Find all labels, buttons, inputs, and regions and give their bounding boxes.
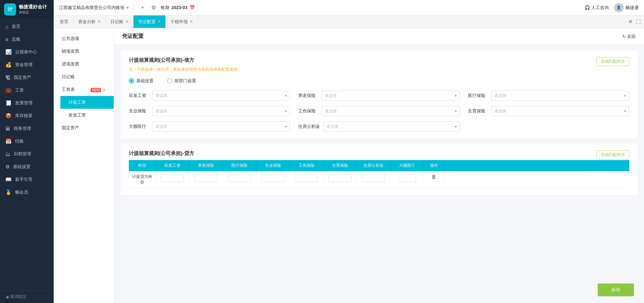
tab-fund-analysis-close[interactable]: ✕ (98, 19, 101, 24)
cell-work-injury-input[interactable] (295, 174, 318, 182)
company-selector[interactable]: 江西服宝精品有限责任公司内账张 ▾ (59, 5, 129, 11)
left-menu-item-sales-invoice[interactable]: 销项发票 (54, 45, 114, 58)
unemployment-select[interactable]: 请选择 ▾ (152, 106, 290, 116)
tab-tax-report[interactable]: 个税申报 ✕ (166, 15, 198, 28)
tab-journal[interactable]: 日记账 ✕ (106, 15, 133, 28)
page-wrapper: 公共选项 销项发票 进项发票 日记账 工资表 NEW ∨ 计提工资 发放工资 固… (54, 28, 644, 303)
tax-icon: 🏛 (5, 126, 10, 132)
housing-fund-select[interactable]: 请选择 ▾ (323, 121, 460, 132)
sidebar-item-fund[interactable]: 💰 资金管理 (0, 58, 54, 71)
cancel-pin-button[interactable]: ◀ 取消固定 (0, 290, 54, 303)
cell-unemployment-input[interactable] (261, 174, 285, 182)
left-menu-sub-wage: 计提工资 发放工资 (54, 96, 114, 121)
sidebar-item-tax-label: 税务管理 (14, 125, 31, 132)
medical-select[interactable]: 请选择 ▾ (491, 91, 629, 101)
stock-icon: 📦 (5, 113, 12, 119)
radio-dept-label: 按部门设置 (174, 78, 196, 84)
support-button[interactable]: 🎧 人工咨询 (585, 5, 609, 11)
sidebar-item-member[interactable]: 🏅 畅会员 (0, 186, 54, 199)
cell-medical-input[interactable] (228, 174, 251, 182)
sidebar-item-tax[interactable]: 🏛 税务管理 (0, 122, 54, 135)
pension-select[interactable]: 请选择 ▾ (322, 91, 460, 101)
sidebar-item-guide[interactable]: 📖 新手引导 (0, 173, 54, 186)
sidebar-item-wage[interactable]: 💼 工资 (0, 84, 54, 97)
sidebar-item-close-label: 结账 (15, 138, 24, 144)
expand-tab-icon[interactable]: ⛶ (636, 19, 641, 24)
cell-maternity-input[interactable] (328, 174, 352, 182)
work-injury-label: 工伤保险 (298, 108, 318, 114)
table-row: 计提贷方科目 (129, 171, 629, 188)
add-company-button[interactable]: ＋ (139, 3, 147, 12)
left-menu-group-wage[interactable]: 工资表 NEW ∨ (54, 83, 114, 96)
maternity-arrow: ▾ (624, 109, 626, 113)
left-menu-item-payout[interactable]: 发放工资 (60, 109, 114, 121)
medical-arrow: ▾ (624, 94, 626, 98)
major-medical-select[interactable]: 请选择 ▾ (152, 121, 290, 132)
tab-fund-analysis[interactable]: 资金分析 ✕ (73, 15, 106, 28)
logo-icon: 计 (4, 3, 16, 15)
radio-basic-label: 基础设置 (136, 78, 154, 84)
unemployment-placeholder: 请选择 (155, 108, 167, 114)
tab-tax-report-close[interactable]: ✕ (190, 19, 193, 24)
home-icon: ⌂ (5, 24, 8, 30)
sidebar-item-close[interactable]: 📅 结账 (0, 135, 54, 148)
left-menu-item-accrual[interactable]: 计提工资 (60, 96, 114, 109)
col-housing-fund: 住房公积金 (357, 160, 390, 171)
tab-home[interactable]: 首页 (55, 15, 73, 28)
row-cell-unemployment (256, 171, 290, 188)
sidebar-item-invoice[interactable]: 🧾 发票管理 (0, 97, 54, 109)
field-medical: 医疗保险 请选择 ▾ (468, 91, 629, 101)
sidebar-item-settings[interactable]: ⚙ 基础设置 (0, 160, 54, 173)
cell-housing-fund-input[interactable] (362, 174, 385, 182)
debit-auto-match-button[interactable]: 自动匹配科目 (596, 57, 629, 66)
cell-pension-input[interactable] (194, 174, 218, 182)
sidebar-item-report[interactable]: 📊 云报表中心 (0, 46, 54, 58)
left-menu-item-public[interactable]: 公共选项 (54, 32, 114, 45)
credit-section: 自动匹配科目 计提核算规则(公司承担)-贷方 科目 应发工资 养老保险 医疗保险… (121, 144, 637, 195)
user-area[interactable]: 👤 畅捷通 (614, 3, 639, 12)
left-menu-item-fixed-assets[interactable]: 固定资产 (54, 121, 114, 134)
maternity-label: 生育保险 (468, 108, 488, 114)
refresh-button[interactable]: ↻ 刷新 (622, 34, 636, 40)
sidebar-item-home[interactable]: ⌂ 首页 (0, 20, 54, 33)
logo-text: 畅捷通好会计 (19, 4, 47, 10)
close-tab-icon[interactable]: ✕ (628, 18, 633, 25)
cell-major-medical-input[interactable] (398, 174, 416, 182)
work-injury-select[interactable]: 请选择 ▾ (322, 106, 460, 116)
tab-voucher-config-close[interactable]: ✕ (158, 19, 161, 24)
tab-voucher-config[interactable]: 凭证配置 ✕ (133, 15, 166, 28)
topbar: 江西服宝精品有限责任公司内账张 ▾ ＋ ⚙ 账期 2023-03 📅 🎧 人工咨… (54, 0, 644, 15)
settings-gear-icon[interactable]: ⚙ (150, 3, 157, 12)
page-header: 凭证配置 ↻ 刷新 (114, 28, 644, 45)
tab-home-label: 首页 (60, 19, 68, 25)
debit-notice-text: 注：只能选择一种方式，系统将按照您当前的选择来配置规则 (129, 67, 629, 72)
refresh-label: 刷新 (627, 34, 636, 40)
topbar-divider (133, 4, 134, 11)
credit-auto-match-button[interactable]: 自动匹配科目 (596, 150, 629, 159)
left-menu-item-purchase-invoice[interactable]: 进项发票 (54, 58, 114, 70)
maternity-select[interactable]: 请选择 ▾ (491, 106, 629, 116)
radio-basic-settings[interactable]: 基础设置 (129, 78, 154, 84)
row-cell-operation[interactable]: 🗑 (424, 171, 444, 188)
sidebar-item-fixed[interactable]: 🏗 固定资产 (0, 71, 54, 84)
sidebar-item-stock[interactable]: 📦 库存核算 (0, 109, 54, 122)
settings-icon: ⚙ (5, 164, 10, 170)
work-injury-arrow: ▾ (455, 109, 457, 113)
wage-icon: 💼 (5, 87, 12, 93)
sidebar-item-fixed-label: 固定资产 (14, 74, 31, 81)
work-injury-placeholder: 请选择 (325, 108, 337, 114)
major-medical-arrow: ▾ (285, 124, 287, 129)
cell-salary-input[interactable] (161, 174, 184, 182)
sidebar-item-ledger[interactable]: ≡ 总账 (0, 33, 54, 46)
sidebar-item-archive[interactable]: 🗂 归档管理 (0, 148, 54, 160)
salary-select[interactable]: 请选择 ▾ (152, 91, 290, 101)
left-menu-item-journal[interactable]: 日记账 (54, 70, 114, 83)
save-button[interactable]: 保存 (598, 284, 634, 296)
tab-journal-close[interactable]: ✕ (125, 19, 128, 24)
report-icon: 📊 (5, 49, 12, 55)
salary-label: 应发工资 (129, 93, 149, 99)
topbar-right: 🎧 人工咨询 👤 畅捷通 (585, 3, 639, 12)
radio-dept-settings[interactable]: 按部门设置 (167, 78, 196, 84)
calendar-icon[interactable]: 📅 (190, 5, 195, 10)
main-area: 江西服宝精品有限责任公司内账张 ▾ ＋ ⚙ 账期 2023-03 📅 🎧 人工咨… (54, 0, 644, 303)
